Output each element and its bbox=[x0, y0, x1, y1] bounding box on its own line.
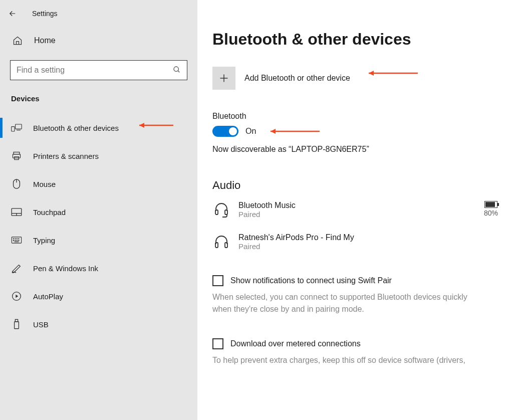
sidebar-item-label: Pen & Windows Ink bbox=[33, 264, 98, 273]
sidebar: Settings Home Devices Bluetooth & other … bbox=[0, 0, 197, 420]
page-title: Bluetooth & other devices bbox=[212, 30, 498, 49]
svg-line-1 bbox=[178, 71, 179, 72]
swift-pair-label: Show notifications to connect using Swif… bbox=[230, 276, 392, 285]
sidebar-item-label: AutoPlay bbox=[33, 292, 63, 301]
sidebar-item-mouse[interactable]: Mouse bbox=[0, 170, 197, 198]
back-button[interactable] bbox=[7, 8, 18, 19]
svg-point-16 bbox=[13, 239, 14, 239]
keyboard-icon bbox=[11, 235, 22, 246]
svg-marker-34 bbox=[271, 129, 276, 134]
svg-point-21 bbox=[15, 240, 16, 241]
svg-marker-26 bbox=[16, 295, 18, 298]
svg-point-20 bbox=[13, 240, 14, 241]
sidebar-item-touchpad[interactable]: Touchpad bbox=[0, 198, 197, 226]
toggle-state-label: On bbox=[245, 127, 256, 136]
svg-point-0 bbox=[174, 67, 178, 71]
device-status: Paired bbox=[238, 210, 476, 219]
touchpad-icon bbox=[11, 206, 22, 218]
annotation-arrow-icon bbox=[266, 127, 321, 136]
swift-pair-desc: When selected, you can connect to suppor… bbox=[212, 291, 483, 315]
device-row[interactable]: Ratnesh's AirPods Pro - Find My Paired bbox=[212, 233, 498, 251]
svg-point-23 bbox=[19, 240, 19, 241]
search-input[interactable] bbox=[17, 66, 173, 75]
metered-checkbox[interactable] bbox=[212, 338, 223, 349]
mouse-icon bbox=[11, 178, 22, 189]
svg-point-19 bbox=[19, 239, 19, 239]
sidebar-item-label: Typing bbox=[33, 236, 55, 245]
sidebar-item-label: USB bbox=[33, 320, 49, 329]
bluetooth-toggle[interactable] bbox=[212, 126, 238, 137]
search-icon bbox=[173, 66, 181, 75]
bluetooth-label: Bluetooth bbox=[212, 112, 498, 121]
svg-point-18 bbox=[17, 239, 17, 239]
annotation-arrow-icon bbox=[364, 69, 419, 78]
device-name: Ratnesh's AirPods Pro - Find My bbox=[238, 233, 498, 242]
battery-icon bbox=[484, 201, 497, 208]
search-box[interactable] bbox=[10, 60, 187, 80]
sidebar-item-pen-windows-ink[interactable]: Pen & Windows Ink bbox=[0, 254, 197, 282]
svg-point-17 bbox=[15, 239, 16, 239]
autoplay-icon bbox=[11, 291, 22, 302]
device-row[interactable]: Bluetooth Music Paired 80% bbox=[212, 201, 498, 219]
usb-icon bbox=[11, 319, 22, 330]
home-button[interactable]: Home bbox=[0, 28, 197, 53]
metered-label: Download over metered connections bbox=[230, 339, 361, 348]
sidebar-item-printers-scanners[interactable]: Printers & scanners bbox=[0, 142, 197, 170]
headset-icon bbox=[212, 201, 230, 219]
sidebar-item-label: Bluetooth & other devices bbox=[33, 124, 119, 132]
home-label: Home bbox=[34, 36, 56, 45]
svg-rect-2 bbox=[12, 127, 15, 131]
sidebar-item-autoplay[interactable]: AutoPlay bbox=[0, 282, 197, 310]
bluetooth-devices-icon bbox=[11, 122, 22, 133]
svg-rect-3 bbox=[16, 124, 22, 129]
titlebar: Settings bbox=[0, 5, 197, 28]
metered-row: Download over metered connections bbox=[212, 338, 498, 349]
add-device-label: Add Bluetooth or other device bbox=[244, 74, 350, 83]
svg-rect-35 bbox=[215, 210, 218, 215]
discoverable-text: Now discoverable as “LAPTOP-8GN6ER75” bbox=[212, 145, 498, 154]
section-header: Devices bbox=[0, 89, 197, 114]
svg-rect-28 bbox=[15, 322, 19, 329]
sidebar-item-label: Printers & scanners bbox=[33, 152, 99, 160]
svg-rect-37 bbox=[215, 243, 218, 248]
sidebar-item-label: Mouse bbox=[33, 180, 56, 188]
metered-desc: To help prevent extra charges, keep this… bbox=[212, 354, 483, 366]
window-title: Settings bbox=[32, 10, 58, 18]
sidebar-item-label: Touchpad bbox=[33, 208, 66, 217]
svg-rect-36 bbox=[225, 210, 227, 215]
battery-percent: 80% bbox=[484, 209, 498, 217]
main-content: Bluetooth & other devices Add Bluetooth … bbox=[197, 0, 513, 420]
swift-pair-row: Show notifications to connect using Swif… bbox=[212, 275, 498, 286]
svg-marker-32 bbox=[369, 71, 374, 76]
device-status: Paired bbox=[238, 242, 498, 251]
device-name: Bluetooth Music bbox=[238, 201, 476, 210]
battery-indicator: 80% bbox=[484, 201, 498, 217]
home-icon bbox=[12, 35, 23, 46]
add-device-button[interactable]: Add Bluetooth or other device bbox=[212, 67, 498, 90]
svg-rect-7 bbox=[14, 152, 20, 154]
svg-point-22 bbox=[17, 240, 17, 241]
annotation-arrow-icon bbox=[134, 121, 174, 130]
svg-marker-6 bbox=[139, 123, 144, 128]
headphones-icon bbox=[212, 233, 230, 251]
sidebar-item-typing[interactable]: Typing bbox=[0, 226, 197, 254]
swift-pair-checkbox[interactable] bbox=[212, 275, 223, 286]
pen-icon bbox=[11, 263, 22, 274]
sidebar-item-usb[interactable]: USB bbox=[0, 310, 197, 338]
svg-rect-8 bbox=[13, 154, 21, 158]
arrow-left-icon bbox=[8, 9, 17, 18]
printer-icon bbox=[11, 150, 22, 161]
audio-header: Audio bbox=[212, 179, 498, 192]
bluetooth-toggle-row: On bbox=[212, 126, 498, 137]
sidebar-item-bluetooth-devices[interactable]: Bluetooth & other devices bbox=[0, 114, 197, 142]
plus-icon bbox=[212, 67, 235, 90]
svg-rect-38 bbox=[225, 243, 227, 248]
